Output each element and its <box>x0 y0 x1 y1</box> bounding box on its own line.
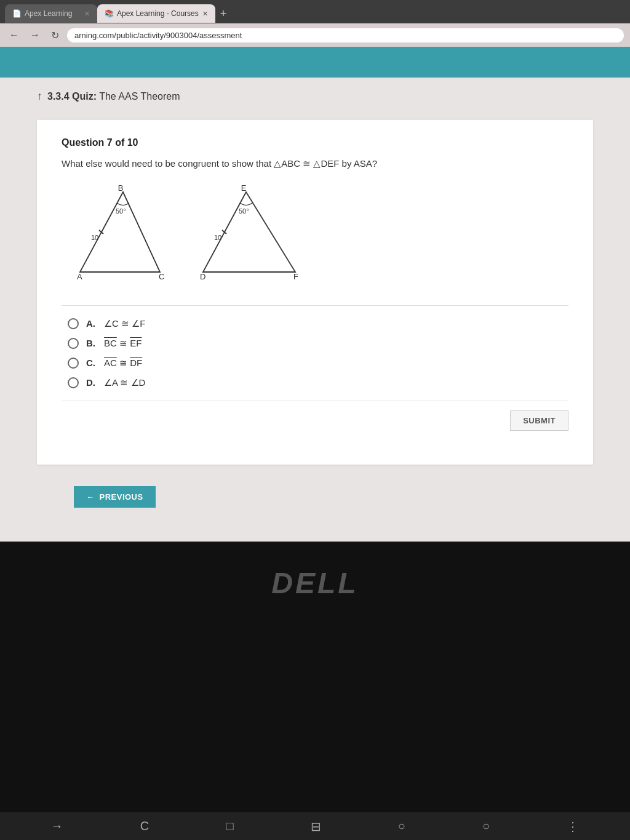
new-tab-button[interactable]: + <box>215 8 232 19</box>
quiz-title: 3.3.4 Quiz: The AAS Theorem <box>47 91 180 102</box>
tab-apex-courses[interactable]: 📚 Apex Learning - Courses ✕ <box>97 4 215 23</box>
option-b-label: B. <box>86 338 95 348</box>
label-e: E <box>241 183 247 193</box>
address-bar-row: ← → ↻ <box>0 23 630 47</box>
side-ab-label: 10 <box>91 234 98 241</box>
triangle-abc-svg: B A C 50° 10 <box>74 186 172 284</box>
taskbar-more[interactable]: ⋮ <box>564 816 582 837</box>
quiz-title-row: ↑ 3.3.4 Quiz: The AAS Theorem <box>37 90 593 103</box>
site-header <box>0 47 630 78</box>
question-number: Question 7 of 10 <box>62 137 568 148</box>
taskbar-back[interactable]: → <box>48 816 66 836</box>
radio-b[interactable] <box>68 338 79 349</box>
submit-button[interactable]: SUBMIT <box>510 410 568 431</box>
angle-e-label: 50° <box>239 207 249 215</box>
label-a: A <box>77 272 82 281</box>
taskbar-search1[interactable]: ○ <box>395 816 409 836</box>
taskbar-search2[interactable]: ○ <box>479 816 493 836</box>
angle-arc-b <box>117 203 129 206</box>
dell-logo: DELL <box>271 566 358 600</box>
option-c-text: AC ≅ DF <box>104 358 142 369</box>
label-d: D <box>200 272 205 281</box>
radio-a[interactable] <box>68 318 79 329</box>
address-input[interactable] <box>67 28 624 42</box>
taskbar-split[interactable]: ⊟ <box>308 816 324 837</box>
options-list: A. ∠C ≅ ∠F B. BC ≅ EF C. AC ≅ DF D. ∠A ≅… <box>62 318 568 388</box>
question-text: What else would need to be congruent to … <box>62 157 568 171</box>
prev-label: PREVIOUS <box>100 492 143 502</box>
taskbar-refresh[interactable]: C <box>137 816 152 836</box>
option-d-text: ∠A ≅ ∠D <box>104 377 145 388</box>
option-a-text: ∠C ≅ ∠F <box>104 318 145 329</box>
side-de-label: 10 <box>214 234 221 241</box>
angle-arc-e <box>240 203 252 206</box>
tab1-favicon: 📄 <box>12 9 21 18</box>
nav-bottom: ← PREVIOUS <box>37 477 593 517</box>
radio-d[interactable] <box>68 377 79 388</box>
tab2-favicon: 📚 <box>105 9 113 18</box>
submit-row: SUBMIT <box>62 401 568 431</box>
option-c[interactable]: C. AC ≅ DF <box>68 358 568 369</box>
radio-c[interactable] <box>68 358 79 369</box>
option-d-label: D. <box>86 377 95 388</box>
tab2-label: Apex Learning - Courses <box>117 9 199 18</box>
browser-chrome: 📄 Apex Learning ✕ 📚 Apex Learning - Cour… <box>0 0 630 47</box>
triangle-def: E D F 50° 10 <box>197 186 311 287</box>
option-b[interactable]: B. BC ≅ EF <box>68 338 568 349</box>
angle-b-label: 50° <box>116 207 126 215</box>
option-a-label: A. <box>86 318 95 329</box>
taskbar-window[interactable]: □ <box>223 816 236 836</box>
refresh-button[interactable]: ↻ <box>48 28 62 42</box>
previous-button[interactable]: ← PREVIOUS <box>74 486 156 508</box>
question-card: Question 7 of 10 What else would need to… <box>37 120 593 465</box>
label-b: B <box>118 183 124 193</box>
taskbar: → C □ ⊟ ○ ○ ⋮ <box>0 812 630 840</box>
option-d[interactable]: D. ∠A ≅ ∠D <box>68 377 568 388</box>
main-content: ↑ 3.3.4 Quiz: The AAS Theorem Question 7… <box>0 78 630 542</box>
prev-arrow: ← <box>86 492 95 502</box>
tab-bar: 📄 Apex Learning ✕ 📚 Apex Learning - Cour… <box>0 0 630 23</box>
option-b-text: BC ≅ EF <box>104 338 142 349</box>
label-f: F <box>293 272 298 281</box>
option-a[interactable]: A. ∠C ≅ ∠F <box>68 318 568 329</box>
svg-marker-0 <box>80 192 160 272</box>
svg-marker-1 <box>203 192 295 272</box>
option-c-label: C. <box>86 358 95 368</box>
tab1-label: Apex Learning <box>25 9 72 18</box>
diagrams-row: B A C 50° 10 <box>62 186 568 287</box>
triangle-def-svg: E D F 50° 10 <box>197 186 311 284</box>
bottom-dark-area: DELL <box>0 542 630 825</box>
label-c: C <box>159 272 164 281</box>
triangle-abc: B A C 50° 10 <box>74 186 172 287</box>
tab2-close[interactable]: ✕ <box>202 10 208 18</box>
forward-button[interactable]: → <box>27 28 43 42</box>
breadcrumb-arrow: ↑ <box>37 90 42 103</box>
back-button[interactable]: ← <box>6 28 22 42</box>
tab1-close[interactable]: ✕ <box>84 10 90 18</box>
tab-apex-learning[interactable]: 📄 Apex Learning ✕ <box>5 4 97 23</box>
